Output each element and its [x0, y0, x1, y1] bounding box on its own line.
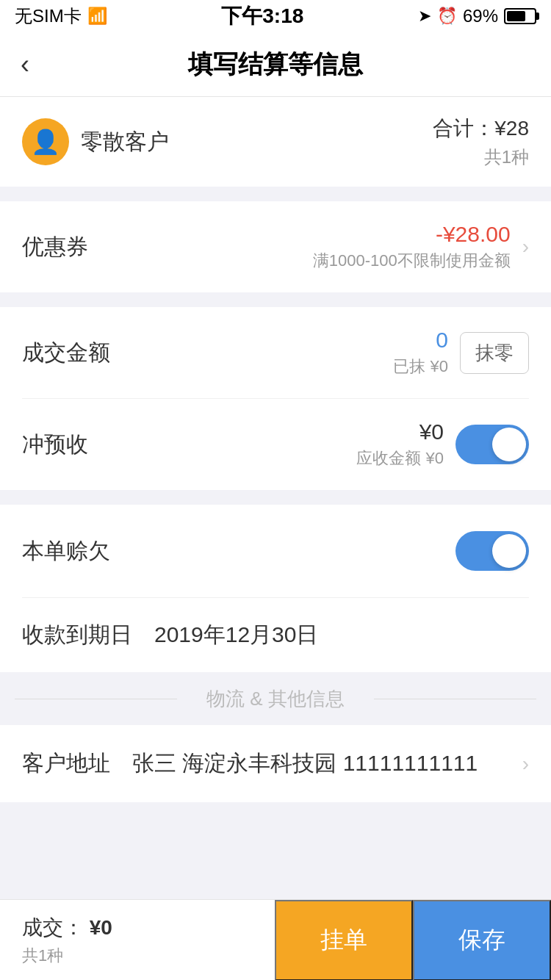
back-button[interactable]: ‹ — [21, 49, 29, 80]
toggle-knob — [492, 428, 526, 461]
credit-label: 本单赊欠 — [22, 536, 110, 566]
bottom-summary: 成交： ¥0 共1种 — [0, 914, 275, 967]
divider-line-left — [15, 699, 177, 699]
battery-label: 69% — [463, 6, 498, 26]
coupon-right: -¥28.00 满1000-100不限制使用金额 › — [313, 222, 529, 272]
time-label: 下午3:18 — [221, 2, 303, 30]
total-amount: 合计：¥28 — [433, 115, 529, 143]
credit-section: 本单赊欠 收款到期日 2019年12月30日 — [0, 505, 551, 672]
pending-button[interactable]: 挂单 — [275, 900, 413, 981]
address-value: 张三 海淀永丰科技园 11111111111 — [132, 749, 522, 779]
logistics-divider: 物流 & 其他信息 — [0, 672, 551, 725]
transaction-row: 成交金额 0 已抹 ¥0 抹零 — [22, 307, 529, 398]
main-content: 👤 零散客户 合计：¥28 共1种 优惠券 -¥28.00 满1000-100不… — [0, 97, 551, 980]
due-date-label: 收款到期日 — [22, 620, 132, 650]
prepay-label: 冲预收 — [22, 430, 88, 460]
credit-toggle[interactable] — [455, 531, 529, 571]
transaction-section: 成交金额 0 已抹 ¥0 抹零 冲预收 ¥0 应收金额 ¥0 — [0, 307, 551, 490]
prepay-value-block: ¥0 应收金额 ¥0 — [356, 419, 444, 469]
due-date-row: 收款到期日 2019年12月30日 — [22, 597, 529, 672]
customer-total: 合计：¥28 共1种 — [433, 115, 529, 169]
summary-label: 成交： — [22, 916, 84, 939]
prepay-sub: 应收金额 ¥0 — [356, 447, 444, 469]
coupon-section[interactable]: 优惠券 -¥28.00 满1000-100不限制使用金额 › — [0, 201, 551, 292]
customer-section: 👤 零散客户 合计：¥28 共1种 — [0, 97, 551, 187]
customer-name: 零散客户 — [81, 127, 169, 157]
page-title: 填写结算等信息 — [188, 48, 363, 82]
location-icon: ➤ — [418, 7, 431, 26]
divider-line-right — [374, 699, 536, 699]
summary-top: 成交： ¥0 — [22, 914, 253, 942]
save-button[interactable]: 保存 — [413, 900, 551, 981]
coupon-amount: -¥28.00 — [313, 222, 511, 247]
address-section[interactable]: 客户地址 张三 海淀永丰科技园 11111111111 › — [0, 725, 551, 802]
customer-row: 👤 零散客户 合计：¥28 共1种 — [22, 97, 529, 187]
divider-2 — [0, 292, 551, 307]
chevron-right-icon: › — [522, 235, 529, 259]
credit-row: 本单赊欠 — [22, 505, 529, 597]
bottom-bar: 成交： ¥0 共1种 挂单 保存 — [0, 899, 551, 980]
logistics-label: 物流 & 其他信息 — [206, 686, 345, 712]
transaction-amount: 0 — [393, 328, 448, 353]
coupon-label: 优惠券 — [22, 232, 88, 262]
status-right: ➤ ⏰ 69% — [418, 6, 536, 26]
signal-label: 无SIM卡 — [15, 4, 82, 28]
due-date-value: 2019年12月30日 — [154, 620, 318, 650]
transaction-right: 0 已抹 ¥0 抹零 — [393, 328, 529, 378]
status-left: 无SIM卡 📶 — [15, 4, 107, 28]
summary-amount: ¥0 — [90, 916, 112, 939]
transaction-sub: 已抹 ¥0 — [393, 356, 448, 378]
prepay-row: 冲预收 ¥0 应收金额 ¥0 — [22, 398, 529, 490]
transaction-value-block: 0 已抹 ¥0 — [393, 328, 448, 378]
nav-bar: ‹ 填写结算等信息 — [0, 32, 551, 97]
avatar-icon: 👤 — [31, 128, 60, 156]
credit-toggle-knob — [492, 534, 526, 568]
wifi-icon: 📶 — [87, 7, 107, 26]
divider-1 — [0, 187, 551, 201]
battery-indicator — [504, 8, 536, 24]
status-bar: 无SIM卡 📶 下午3:18 ➤ ⏰ 69% — [0, 0, 551, 32]
round-off-button[interactable]: 抹零 — [460, 332, 529, 374]
address-label: 客户地址 — [22, 749, 110, 779]
customer-info: 👤 零散客户 — [22, 118, 169, 165]
prepay-amount: ¥0 — [356, 419, 444, 444]
prepay-right: ¥0 应收金额 ¥0 — [356, 419, 529, 469]
summary-count: 共1种 — [22, 945, 253, 967]
alarm-icon: ⏰ — [437, 7, 457, 26]
total-count: 共1种 — [433, 145, 529, 169]
avatar: 👤 — [22, 118, 69, 165]
coupon-row[interactable]: 优惠券 -¥28.00 满1000-100不限制使用金额 › — [22, 201, 529, 292]
prepay-toggle[interactable] — [455, 425, 529, 464]
transaction-label: 成交金额 — [22, 338, 110, 368]
coupon-value: -¥28.00 满1000-100不限制使用金额 — [313, 222, 511, 272]
divider-3 — [0, 490, 551, 505]
coupon-desc: 满1000-100不限制使用金额 — [313, 250, 511, 272]
address-chevron-icon: › — [522, 752, 529, 776]
